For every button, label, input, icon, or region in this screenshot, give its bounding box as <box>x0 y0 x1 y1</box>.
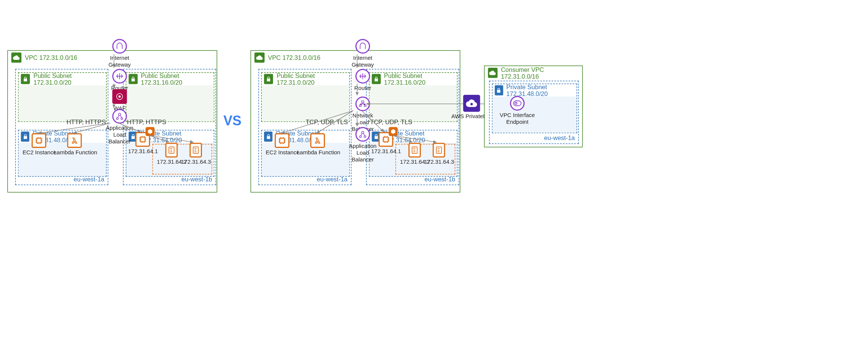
ecs-icon <box>389 127 398 136</box>
right-ecs-badge <box>388 127 399 136</box>
igw-label: Internet Gateway <box>107 55 133 68</box>
network-load-balancer-icon <box>355 97 370 111</box>
svg-rect-18 <box>360 105 361 107</box>
vpc-header-right: VPC 172.31.0.0/16 <box>251 51 324 64</box>
right-lambda: Lambda Function <box>297 133 338 156</box>
gateway-icon <box>355 39 370 54</box>
vpc-header-left: VPC 172.31.0.0/16 <box>8 51 80 64</box>
svg-point-1 <box>118 96 121 98</box>
vpc-label: Consumer VPC 172.31.0.0/16 <box>501 66 579 80</box>
lock-icon <box>21 74 30 84</box>
ec2-label: EC2 Instance <box>266 149 299 156</box>
right-az-a: Public Subnet 172.31.0.0/20 Private Subn… <box>258 69 352 185</box>
svg-rect-5 <box>37 138 41 143</box>
lambda-icon <box>67 133 82 148</box>
svg-rect-19 <box>364 105 366 107</box>
cloud-icon <box>255 53 265 63</box>
svg-point-37 <box>470 103 473 105</box>
server-icon <box>408 143 421 158</box>
left-public-subnet-a: Public Subnet 172.31.0.0/20 <box>18 72 107 122</box>
left-protocol-b: HTTP, HTTPS <box>127 119 166 125</box>
left-az-a: Public Subnet 172.31.0.0/20 Private Subn… <box>15 69 109 185</box>
load-balancer-icon <box>355 127 370 142</box>
svg-rect-23 <box>280 138 284 143</box>
left-router: Router <box>107 69 133 91</box>
left-az-b: Public Subnet 172.31.16.0/20 Private Sub… <box>123 69 216 185</box>
left-target-ip3: 172.31.64.3 <box>181 143 211 166</box>
left-igw: Internet Gateway <box>107 39 133 68</box>
router-icon <box>355 69 370 84</box>
lock-icon <box>264 74 273 84</box>
left-lambda: Lambda Function <box>54 133 96 156</box>
svg-rect-24 <box>384 137 388 142</box>
cloud-icon <box>488 68 498 78</box>
cloud-icon <box>11 53 21 63</box>
lambda-label: Lambda Function <box>297 149 338 156</box>
router-label: Router <box>350 85 376 91</box>
server-icon <box>190 143 202 158</box>
ec2-icon <box>32 133 46 148</box>
svg-point-4 <box>121 118 123 120</box>
lambda-icon <box>310 133 325 148</box>
az-label: eu-west-1a <box>544 134 575 141</box>
lock-icon <box>495 85 503 96</box>
az-label: eu-west-1a <box>317 176 348 183</box>
right-protocol-a: TCP, UDP, TLS <box>306 119 348 125</box>
subnet-header: Public Subnet 172.31.0.0/20 <box>19 73 106 85</box>
right-public-subnet-a: Public Subnet 172.31.0.0/20 <box>261 72 350 122</box>
left-waf: WAF <box>107 89 133 112</box>
right-igw: Internet Gateway <box>350 39 376 68</box>
lambda-label: Lambda Function <box>54 149 96 156</box>
endpoint-label: VPC Interface Endpoint <box>499 112 536 125</box>
ec2-icon <box>275 133 290 148</box>
gateway-icon <box>112 39 127 54</box>
left-ec2: EC2 Instance <box>23 133 55 156</box>
subnet-label: Public Subnet 172.31.16.0/20 <box>141 72 211 86</box>
left-ecs-badge <box>144 127 156 136</box>
az-label: eu-west-1a <box>74 176 105 183</box>
router-icon <box>112 69 127 84</box>
subnet-label: Private Subnet 172.31.48.0/20 <box>506 84 574 97</box>
right-protocol-b: TCP, UDP, TLS <box>370 119 412 125</box>
az-label: eu-west-1b <box>181 176 212 183</box>
subnet-label: Public Subnet 172.31.0.0/20 <box>33 72 104 86</box>
ip-label: 172.31.64.3 <box>424 159 454 166</box>
ip-label: 172.31.64.1 <box>128 148 158 155</box>
privatelink-icon <box>463 95 480 112</box>
svg-point-22 <box>364 136 366 138</box>
subnet-label: Public Subnet 172.31.16.0/20 <box>384 72 455 86</box>
svg-point-39 <box>515 102 517 105</box>
vpc-label: VPC 172.31.0.0/16 <box>25 54 77 61</box>
az-label: eu-west-1b <box>425 176 455 183</box>
svg-point-3 <box>117 118 118 120</box>
subnet-label: Public Subnet 172.31.0.0/20 <box>276 72 347 86</box>
subnet-header: Public Subnet 172.31.16.0/20 <box>126 73 214 85</box>
subnet-header: Private Subnet 172.31.48.0/20 <box>493 84 577 97</box>
svg-point-21 <box>360 136 361 138</box>
right-public-subnet-b: Public Subnet 172.31.16.0/20 <box>369 72 458 122</box>
waf-icon <box>112 89 127 104</box>
left-public-subnet-b: Public Subnet 172.31.16.0/20 <box>126 72 215 122</box>
vpc-label: VPC 172.31.0.0/16 <box>268 54 320 61</box>
vpc-endpoint: VPC Interface Endpoint <box>499 96 536 125</box>
endpoint-icon <box>510 96 525 111</box>
vpc-header-consumer: Consumer VPC 172.31.0.0/16 <box>485 66 583 80</box>
right-router: Router <box>350 69 376 91</box>
ip-label: 172.31.64.3 <box>181 159 211 166</box>
svg-rect-6 <box>141 137 145 142</box>
left-protocol-a: HTTP, HTTPS <box>67 119 106 125</box>
ecs-icon <box>146 127 155 136</box>
right-ec2: EC2 Instance <box>266 133 299 156</box>
ip-label: 172.31.64.1 <box>371 148 401 155</box>
svg-rect-17 <box>362 101 364 103</box>
vs-label: VS <box>223 113 241 129</box>
load-balancer-icon <box>112 109 127 124</box>
right-target-ip3: 172.31.64.3 <box>424 143 454 166</box>
subnet-header: Public Subnet 172.31.0.0/20 <box>262 73 349 85</box>
server-icon <box>165 143 178 158</box>
ec2-label: EC2 Instance <box>23 149 55 156</box>
igw-label: Internet Gateway <box>350 55 376 68</box>
server-icon <box>433 143 445 158</box>
subnet-header: Public Subnet 172.31.16.0/20 <box>370 73 457 85</box>
